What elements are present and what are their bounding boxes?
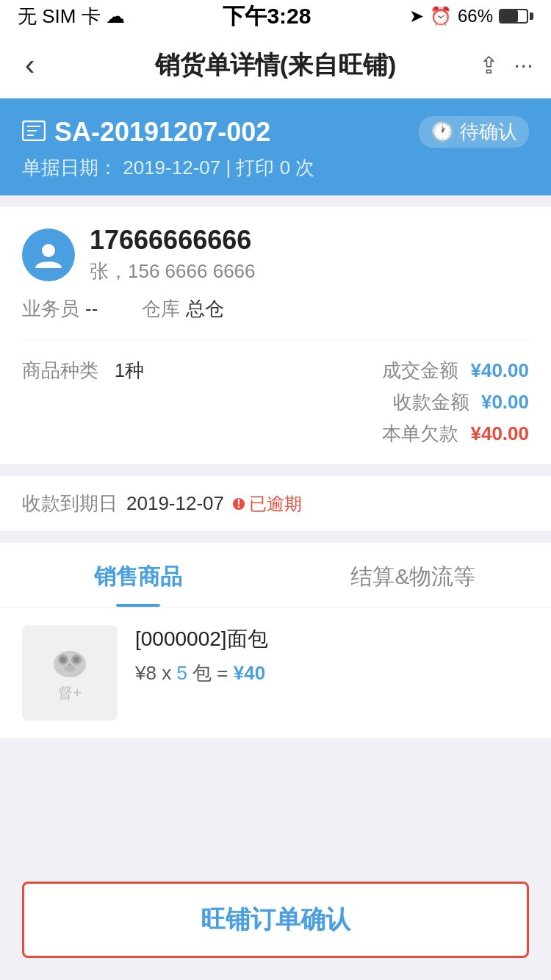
thumb-inner: 督+ xyxy=(48,644,92,703)
page-title: 销货单详情(来自旺铺) xyxy=(155,48,397,82)
status-left: 无 SIM 卡 ☁ xyxy=(18,4,125,29)
customer-name: 张，156 6666 6666 xyxy=(90,259,256,284)
battery-text: 66% xyxy=(458,6,493,26)
order-status: 🕐 待确认 xyxy=(419,116,529,148)
tab-settlement[interactable]: 结算&物流等 xyxy=(276,543,551,607)
print-text: 打印 0 次 xyxy=(236,156,314,179)
product-price: ¥8 x 5 包 = ¥40 xyxy=(135,660,529,686)
due-label: 收款到期日 xyxy=(22,491,118,516)
due-date-section: 收款到期日 2019-12-07 ! 已逾期 xyxy=(0,476,551,531)
warehouse-meta: 仓库 总仓 xyxy=(142,296,224,322)
received-value: ¥0.00 xyxy=(481,391,529,414)
product-thumbnail: 督+ xyxy=(22,625,118,721)
warehouse-label: 仓库 xyxy=(142,296,180,322)
tabs-section: 销售商品 结算&物流等 督+ xyxy=(0,543,551,738)
owed-row: 本单欠款 ¥40.00 xyxy=(382,421,529,447)
svg-point-10 xyxy=(64,665,76,672)
battery-indicator xyxy=(499,9,533,24)
product-list: 督+ [0000002]面包 ¥8 x 5 包 = ¥40 xyxy=(0,608,551,738)
back-button[interactable]: ‹ xyxy=(18,41,42,89)
order-id-text: SA-20191207-002 xyxy=(54,117,270,148)
type-label: 商品种类 xyxy=(22,359,98,381)
thumb-label: 督+ xyxy=(58,683,82,703)
sales-value: -- xyxy=(85,298,98,320)
confirm-order-button[interactable]: 旺铺订单确认 xyxy=(22,882,529,958)
svg-point-9 xyxy=(73,657,79,663)
tabs-header: 销售商品 结算&物流等 xyxy=(0,543,551,608)
overdue-icon: ! xyxy=(233,498,245,510)
customer-section: 17666666666 张，156 6666 6666 业务员 -- 仓库 总仓 xyxy=(0,207,551,339)
customer-card: 17666666666 张，156 6666 6666 业务员 -- 仓库 总仓… xyxy=(0,207,551,464)
order-date: 单据日期： 2019-12-07 | 打印 0 次 xyxy=(22,155,529,181)
nav-bar: ‹ 销货单详情(来自旺铺) ⇪ ··· xyxy=(0,32,551,98)
customer-info: 17666666666 张，156 6666 6666 xyxy=(90,225,256,284)
status-text: 待确认 xyxy=(460,119,517,145)
avatar xyxy=(22,228,75,281)
svg-point-4 xyxy=(42,244,55,257)
sales-meta: 业务员 -- xyxy=(22,296,98,322)
status-right: ➤ ⏰ 66% xyxy=(409,6,533,26)
amount-label: 成交金额 xyxy=(382,358,458,383)
product-name-text: 面包 xyxy=(227,627,268,650)
location-icon: ➤ xyxy=(409,6,424,26)
warehouse-value: 总仓 xyxy=(186,296,224,322)
due-date-value: 2019-12-07 xyxy=(126,492,224,515)
received-row: 收款金额 ¥0.00 xyxy=(393,389,529,415)
summary-left: 商品种类 1种 xyxy=(22,358,144,383)
nav-actions: ⇪ ··· xyxy=(479,51,533,79)
amount-row: 成交金额 ¥40.00 xyxy=(382,358,529,383)
date-separator: | xyxy=(226,156,236,179)
date-label: 单据日期： xyxy=(22,156,118,179)
date-value: 2019-12-07 xyxy=(123,156,220,179)
product-code: [0000002] xyxy=(135,627,227,650)
overdue-text: 已逾期 xyxy=(249,492,302,516)
no-sim-text: 无 SIM 卡 ☁ xyxy=(18,4,125,29)
alarm-icon: ⏰ xyxy=(430,6,452,26)
clock-icon: 🕐 xyxy=(431,120,454,143)
order-id: SA-20191207-002 xyxy=(22,117,270,148)
order-id-row: SA-20191207-002 🕐 待确认 xyxy=(22,116,529,148)
equals: = xyxy=(217,662,233,684)
tab-sales-products[interactable]: 销售商品 xyxy=(0,543,276,607)
customer-row: 17666666666 张，156 6666 6666 xyxy=(22,225,529,284)
sales-label: 业务员 xyxy=(22,296,79,322)
status-time: 下午3:28 xyxy=(223,1,311,32)
meta-row: 业务员 -- 仓库 总仓 xyxy=(22,296,529,322)
type-value: 1种 xyxy=(115,359,144,381)
owed-value: ¥40.00 xyxy=(470,422,529,445)
price-separator: x xyxy=(162,662,176,684)
unit-price: ¥8 xyxy=(135,662,156,684)
bottom-action: 旺铺订单确认 xyxy=(0,870,551,980)
product-info: [0000002]面包 ¥8 x 5 包 = ¥40 xyxy=(135,625,529,686)
total-price: ¥40 xyxy=(234,662,265,684)
summary-right: 成交金额 ¥40.00 收款金额 ¥0.00 本单欠款 ¥40.00 xyxy=(382,358,529,447)
order-header: SA-20191207-002 🕐 待确认 单据日期： 2019-12-07 |… xyxy=(0,98,551,195)
status-bar: 无 SIM 卡 ☁ 下午3:28 ➤ ⏰ 66% xyxy=(0,0,551,32)
unit-text: 包 xyxy=(192,662,212,684)
share-icon[interactable]: ⇪ xyxy=(479,51,499,79)
more-icon[interactable]: ··· xyxy=(514,51,533,79)
product-name: [0000002]面包 xyxy=(135,625,529,653)
order-id-icon xyxy=(22,117,46,148)
svg-point-8 xyxy=(60,657,66,663)
customer-phone: 17666666666 xyxy=(90,225,256,256)
product-item: 督+ [0000002]面包 ¥8 x 5 包 = ¥40 xyxy=(22,625,529,721)
received-label: 收款金额 xyxy=(393,389,469,415)
summary-section: 商品种类 1种 成交金额 ¥40.00 收款金额 ¥0.00 本单欠款 ¥40.… xyxy=(0,340,551,464)
owed-label: 本单欠款 xyxy=(382,421,458,447)
overdue-badge: ! 已逾期 xyxy=(233,492,302,516)
quantity: 5 xyxy=(176,662,187,684)
amount-value: ¥40.00 xyxy=(470,359,529,382)
